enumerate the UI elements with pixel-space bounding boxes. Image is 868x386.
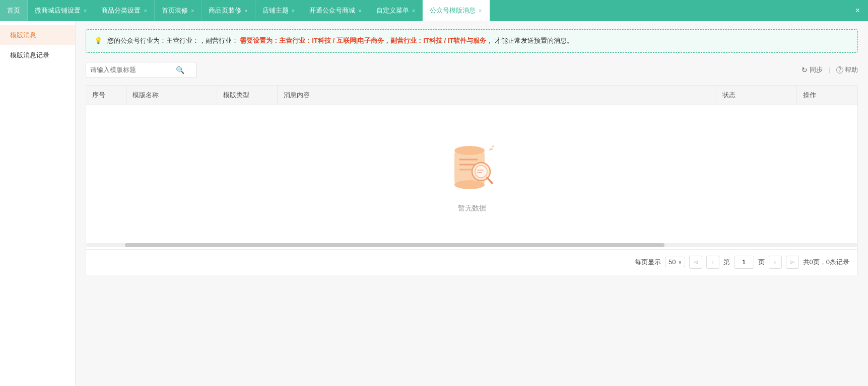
prev-page-button[interactable]: ‹ xyxy=(706,256,719,269)
pagination: 每页显示 50 ∨ ⊲ ‹ 第 页 › ⊳ 共0页，0条记录 xyxy=(86,249,857,275)
help-icon: ? xyxy=(836,66,843,73)
tab-product-category-label: 商品分类设置 xyxy=(101,6,141,15)
col-status: 状态 xyxy=(716,86,797,105)
chevron-down-icon: ∨ xyxy=(678,259,682,265)
page-label: 第 xyxy=(723,258,730,267)
svg-point-14 xyxy=(492,145,494,147)
close-icon[interactable]: × xyxy=(358,8,361,14)
tab-home-label: 首页 xyxy=(7,6,20,15)
page-number-input[interactable] xyxy=(734,256,754,269)
sidebar-item-template-msg-record-label: 模版消息记录 xyxy=(10,51,49,59)
notice-text-prefix: 您的公众号行业为：主营行业：，副营行业： xyxy=(107,37,238,44)
tab-product-page-decor-label: 商品页装修 xyxy=(209,6,241,15)
close-icon[interactable]: × xyxy=(292,8,295,14)
tab-custom-menu[interactable]: 自定义菜单 × xyxy=(369,0,423,21)
page-size-value: 50 xyxy=(669,258,676,266)
total-info: 共0页，0条记录 xyxy=(803,258,849,267)
col-action: 操作 xyxy=(797,86,857,105)
search-input-wrap[interactable]: 🔍 xyxy=(86,62,196,78)
sync-icon: ↻ xyxy=(802,66,808,74)
notice-box: 💡 您的公众号行业为：主营行业：，副营行业： 需要设置为：主营行业：IT科技 /… xyxy=(86,29,858,53)
per-page-label: 每页显示 xyxy=(635,258,661,267)
sidebar: 模版消息 模版消息记录 xyxy=(0,21,76,386)
scrollbar-track[interactable] xyxy=(86,243,857,247)
tab-home[interactable]: 首页 xyxy=(0,0,28,21)
svg-line-13 xyxy=(490,149,492,149)
tab-home-decor-label: 首页装修 xyxy=(162,6,188,15)
scrollbar-thumb[interactable] xyxy=(125,243,665,247)
tab-template-msg[interactable]: 公众号模版消息 × xyxy=(423,0,489,21)
col-name: 模版名称 xyxy=(126,86,217,105)
help-label: 帮助 xyxy=(845,65,858,74)
col-content: 消息内容 xyxy=(278,86,716,105)
notice-text-suffix: 才能正常发送预置的消息。 xyxy=(495,37,573,44)
close-icon[interactable]: × xyxy=(144,8,147,14)
svg-point-3 xyxy=(454,180,485,189)
content-area: 💡 您的公众号行业为：主营行业：，副营行业： 需要设置为：主营行业：IT科技 /… xyxy=(76,21,868,386)
global-close-button[interactable]: × xyxy=(847,6,868,15)
close-icon[interactable]: × xyxy=(84,8,87,14)
page-unit: 页 xyxy=(758,258,765,267)
close-icon[interactable]: × xyxy=(479,8,482,14)
table-header: 序号 模版名称 模版类型 消息内容 状态 操作 xyxy=(86,86,857,105)
svg-line-9 xyxy=(487,178,492,183)
sync-label: 同步 xyxy=(810,65,823,74)
tab-template-msg-label: 公众号模版消息 xyxy=(430,6,476,15)
sidebar-item-template-msg-label: 模版消息 xyxy=(10,31,36,39)
svg-point-8 xyxy=(475,166,487,178)
tab-product-page-decor[interactable]: 商品页装修 × xyxy=(202,0,255,21)
tab-open-wechat-mall[interactable]: 开通公众号商城 × xyxy=(302,0,369,21)
sync-button[interactable]: ↻ 同步 xyxy=(802,65,823,74)
bulb-icon: 💡 xyxy=(94,37,102,44)
main-layout: 模版消息 模版消息记录 💡 您的公众号行业为：主营行业：，副营行业： 需要设置为… xyxy=(0,21,868,386)
empty-state: 暂无数据 xyxy=(86,105,857,243)
tab-micro-shop[interactable]: 微商城店铺设置 × xyxy=(28,0,94,21)
search-right-actions: ↻ 同步 | ? 帮助 xyxy=(802,65,858,74)
first-page-button[interactable]: ⊲ xyxy=(689,256,702,269)
notice-text-highlight: 需要设置为：主营行业：IT科技 / 互联网|电子商务，副营行业：IT科技 / I… xyxy=(240,37,493,44)
tab-open-wechat-mall-label: 开通公众号商城 xyxy=(309,6,355,15)
top-nav: 首页 微商城店铺设置 × 商品分类设置 × 首页装修 × 商品页装修 × 店铺主… xyxy=(0,0,868,21)
tab-micro-shop-label: 微商城店铺设置 xyxy=(35,6,81,15)
tab-shop-theme[interactable]: 店铺主题 × xyxy=(255,0,302,21)
search-bar: 🔍 ↻ 同步 | ? 帮助 xyxy=(86,62,858,78)
col-type: 模版类型 xyxy=(217,86,278,105)
help-button[interactable]: ? 帮助 xyxy=(836,65,858,74)
close-icon[interactable]: × xyxy=(191,8,194,14)
next-page-button[interactable]: › xyxy=(769,256,782,269)
divider: | xyxy=(829,66,830,73)
tab-custom-menu-label: 自定义菜单 xyxy=(376,6,409,15)
horizontal-scrollbar-area[interactable] xyxy=(86,243,857,249)
sidebar-item-template-msg-record[interactable]: 模版消息记录 xyxy=(0,45,75,65)
search-icon[interactable]: 🔍 xyxy=(176,66,184,74)
sidebar-item-template-msg[interactable]: 模版消息 xyxy=(0,25,75,45)
last-page-button[interactable]: ⊳ xyxy=(786,256,799,269)
tab-home-decor[interactable]: 首页装修 × xyxy=(155,0,202,21)
tab-product-category[interactable]: 商品分类设置 × xyxy=(94,0,154,21)
col-index: 序号 xyxy=(86,86,126,105)
close-icon[interactable]: × xyxy=(412,8,415,14)
search-input[interactable] xyxy=(90,66,176,73)
empty-illustration xyxy=(442,135,502,196)
empty-text: 暂无数据 xyxy=(458,204,486,213)
close-icon[interactable]: × xyxy=(244,8,247,14)
svg-point-2 xyxy=(454,146,485,155)
page-size-select[interactable]: 50 ∨ xyxy=(665,257,685,267)
data-table: 序号 模版名称 模版类型 消息内容 状态 操作 xyxy=(86,85,858,275)
tab-shop-theme-label: 店铺主题 xyxy=(262,6,289,15)
